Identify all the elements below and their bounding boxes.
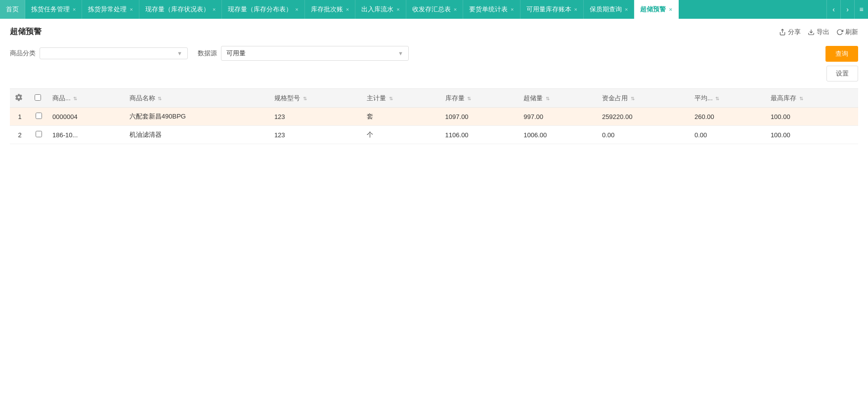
th-max-stock-label: 最高库存: [771, 94, 796, 102]
nav-tab-11-close[interactable]: ×: [669, 6, 672, 12]
product-code-0: 0000004: [47, 108, 125, 126]
th-settings[interactable]: [10, 89, 30, 108]
export-icon: [808, 29, 815, 36]
settings-button[interactable]: 设置: [826, 66, 858, 81]
nav-tab-7-close[interactable]: ×: [454, 6, 457, 12]
nav-prev-button[interactable]: ‹: [826, 0, 840, 19]
nav-tab-3-label: 现存量（库存状况表）: [145, 5, 210, 14]
table-header-row: 商品... ⇅ 商品名称 ⇅ 规格型号 ⇅ 主计量 ⇅ 库存量 ⇅: [10, 89, 858, 108]
nav-tab-6-label: 出入库流水: [361, 5, 393, 14]
nav-tab-10[interactable]: 保质期查询 ×: [584, 0, 634, 19]
nav-tab-8-label: 要货单统计表: [469, 5, 508, 14]
row-num-1: 2: [10, 126, 30, 144]
nav-tab-4-label: 现存量（库存分布表）: [228, 5, 292, 14]
th-stock[interactable]: 库存量 ⇅: [440, 89, 519, 108]
nav-tab-5-close[interactable]: ×: [346, 6, 349, 12]
sort-icon-overstock: ⇅: [546, 96, 550, 101]
th-spec-label: 规格型号: [274, 94, 300, 102]
datasource-filter-value: 可用量: [226, 49, 246, 58]
unit-0: 套: [362, 108, 440, 126]
th-unit[interactable]: 主计量 ⇅: [362, 89, 440, 108]
row-checkbox-1[interactable]: [36, 131, 42, 137]
th-capital[interactable]: 资金占用 ⇅: [597, 89, 690, 108]
capital-1: 0.00: [597, 126, 690, 144]
avg-0: 260.00: [690, 108, 766, 126]
product-code-1: 186-10...: [47, 126, 125, 144]
max-stock-0: 100.00: [766, 108, 858, 126]
share-label: 分享: [788, 28, 801, 37]
overstock-1: 1006.00: [519, 126, 597, 144]
capital-0: 259220.00: [597, 108, 690, 126]
nav-more-button[interactable]: ≡: [854, 0, 868, 19]
nav-tab-2-close[interactable]: ×: [130, 6, 132, 12]
export-button[interactable]: 导出: [808, 28, 829, 37]
nav-tab-5-label: 库存批次账: [311, 5, 343, 14]
page-header: 超储预警 分享 导出 刷新: [10, 27, 858, 37]
th-spec[interactable]: 规格型号 ⇅: [269, 89, 362, 108]
sort-icon-capital: ⇅: [631, 96, 635, 101]
sort-icon-max-stock: ⇅: [799, 96, 803, 101]
th-product-name-label: 商品名称: [130, 94, 155, 102]
nav-tab-2-label: 拣货异常处理: [88, 5, 127, 14]
gear-icon: [15, 93, 23, 101]
stock-1: 1106.00: [440, 126, 519, 144]
product-name-1: 机油滤清器: [125, 126, 269, 144]
nav-tab-8[interactable]: 要货单统计表 ×: [463, 0, 520, 19]
sort-icon-product-name: ⇅: [158, 96, 162, 101]
export-label: 导出: [817, 28, 829, 37]
product-name-0: 六配套新昌490BPG: [125, 108, 269, 126]
nav-tab-9-close[interactable]: ×: [574, 6, 577, 12]
datasource-filter-label: 数据源: [198, 49, 217, 58]
nav-tab-1-label: 拣货任务管理: [31, 5, 70, 14]
share-button[interactable]: 分享: [779, 28, 801, 37]
nav-tab-2[interactable]: 拣货异常处理 ×: [82, 0, 139, 19]
th-product-name[interactable]: 商品名称 ⇅: [125, 89, 269, 108]
th-avg[interactable]: 平均... ⇅: [690, 89, 766, 108]
sort-icon-stock: ⇅: [467, 96, 471, 101]
avg-1: 0.00: [690, 126, 766, 144]
nav-tab-7-label: 收发存汇总表: [412, 5, 451, 14]
nav-tab-3-close[interactable]: ×: [213, 6, 216, 12]
nav-tab-9-label: 可用量库存账本: [526, 5, 571, 14]
nav-tab-8-close[interactable]: ×: [511, 6, 514, 12]
query-button[interactable]: 查询: [825, 46, 858, 62]
nav-tab-5[interactable]: 库存批次账 ×: [305, 0, 355, 19]
th-product-code[interactable]: 商品... ⇅: [47, 89, 125, 108]
datasource-filter-select[interactable]: 可用量 ▼: [221, 46, 409, 61]
nav-tab-1-close[interactable]: ×: [73, 6, 76, 12]
main-content: 超储预警 分享 导出 刷新: [0, 19, 868, 395]
nav-tab-11[interactable]: 超储预警 ×: [634, 0, 678, 19]
row-checkbox-0[interactable]: [36, 113, 42, 119]
nav-tab-7[interactable]: 收发存汇总表 ×: [406, 0, 463, 19]
nav-tab-6[interactable]: 出入库流水 ×: [355, 0, 406, 19]
category-chevron-icon: ▼: [177, 50, 182, 56]
spec-1: 123: [269, 126, 362, 144]
th-stock-label: 库存量: [445, 94, 465, 102]
filter-buttons-group: 查询 设置: [825, 46, 858, 81]
nav-tab-4[interactable]: 现存量（库存分布表） ×: [222, 0, 304, 19]
refresh-button[interactable]: 刷新: [836, 28, 858, 37]
top-nav: 首页 拣货任务管理 × 拣货异常处理 × 现存量（库存状况表） × 现存量（库存…: [0, 0, 868, 19]
nav-tab-6-close[interactable]: ×: [396, 6, 399, 12]
nav-arrows: ‹ › ≡: [826, 0, 868, 19]
nav-next-button[interactable]: ›: [840, 0, 854, 19]
th-max-stock[interactable]: 最高库存 ⇅: [766, 89, 858, 108]
select-all-checkbox[interactable]: [35, 94, 41, 101]
nav-tab-3[interactable]: 现存量（库存状况表） ×: [139, 0, 222, 19]
spec-0: 123: [269, 108, 362, 126]
nav-tab-home-label: 首页: [6, 5, 19, 14]
nav-tab-4-close[interactable]: ×: [295, 6, 298, 12]
table-row: 1 0000004 六配套新昌490BPG 123 套 1097.00 997.…: [10, 108, 858, 126]
page-title: 超储预警: [10, 27, 42, 37]
max-stock-1: 100.00: [766, 126, 858, 144]
row-num-0: 1: [10, 108, 30, 126]
th-checkbox: [30, 89, 47, 108]
filter-row: 商品分类 ▼ 数据源 可用量 ▼ 查询 设置: [10, 46, 858, 81]
nav-tab-9[interactable]: 可用量库存账本 ×: [521, 0, 584, 19]
category-filter-select[interactable]: ▼: [40, 47, 188, 59]
nav-tab-1[interactable]: 拣货任务管理 ×: [25, 0, 82, 19]
nav-tab-home[interactable]: 首页: [0, 0, 25, 19]
nav-tab-10-close[interactable]: ×: [625, 6, 628, 12]
filter-selects-group: 商品分类 ▼ 数据源 可用量 ▼: [10, 46, 816, 61]
th-overstock[interactable]: 超储量 ⇅: [519, 89, 597, 108]
